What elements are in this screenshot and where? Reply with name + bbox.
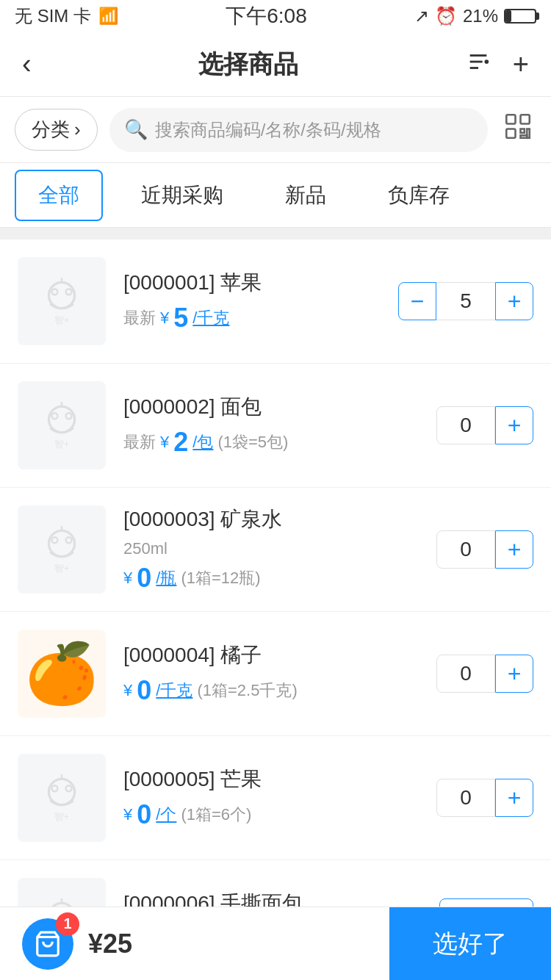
quantity-controls: − +: [398, 282, 533, 320]
cart-icon: [34, 930, 62, 958]
section-divider: [0, 228, 551, 239]
increase-button[interactable]: +: [495, 282, 533, 320]
battery-percent: 21%: [463, 6, 498, 26]
svg-point-3: [484, 60, 489, 64]
cart-icon-wrap[interactable]: 1: [22, 918, 73, 970]
price-currency: ¥: [123, 681, 132, 700]
page-title: 选择商品: [198, 48, 298, 82]
nav-bar: ‹ 选择商品 +: [0, 32, 551, 97]
price-number: 0: [137, 563, 151, 594]
status-right: ↗ ⏰ 21%: [414, 6, 536, 26]
carrier-label: 无 SIM 卡: [15, 4, 91, 28]
scan-button[interactable]: [500, 111, 536, 148]
product-image: 智+: [18, 754, 106, 842]
product-info: [0000004] 橘子 ¥ 0 /千克 (1箱=2.5千克): [123, 641, 436, 706]
status-left: 无 SIM 卡 📶: [15, 4, 118, 28]
category-arrow-icon: ›: [74, 118, 81, 141]
product-name: [0000004] 橘子: [123, 641, 436, 669]
quantity-controls: +: [436, 655, 533, 693]
category-button[interactable]: 分类 ›: [15, 109, 98, 151]
price-currency: ¥: [123, 805, 132, 824]
quantity-input[interactable]: [436, 779, 495, 817]
price-unit: /千克: [156, 680, 192, 702]
product-image: 🍊: [18, 630, 106, 718]
search-placeholder: 搜索商品编码/名称/条码/规格: [155, 118, 381, 142]
price-unit: /千克: [192, 307, 229, 329]
product-price-row: ¥ 0 /个 (1箱=6个): [123, 799, 436, 830]
price-unit: /包: [192, 431, 213, 453]
tab-recent-purchase[interactable]: 近期采购: [118, 170, 247, 221]
back-button[interactable]: ‹: [22, 48, 32, 80]
product-name: [0000002] 面包: [123, 393, 436, 421]
svg-point-16: [51, 413, 57, 419]
tab-negative-stock[interactable]: 负库存: [364, 170, 473, 221]
product-name: [0000001] 苹果: [123, 269, 398, 297]
svg-point-22: [66, 537, 72, 543]
price-currency: ¥: [160, 309, 169, 328]
tabs-row: 全部 近期采购 新品 负库存: [0, 163, 551, 228]
svg-point-12: [66, 289, 72, 295]
search-box[interactable]: 🔍 搜索商品编码/名称/条码/规格: [109, 108, 488, 152]
table-row: 智+ [0000005] 芒果 ¥ 0 /个 (1箱=6个) +: [0, 736, 551, 860]
add-button[interactable]: +: [513, 48, 529, 80]
table-row: 🍊 [0000004] 橘子 ¥ 0 /千克 (1箱=2.5千克) +: [0, 612, 551, 736]
svg-point-11: [51, 289, 57, 295]
product-price-row: 最新 ¥ 5 /千克: [123, 303, 398, 334]
price-unit: /瓶: [156, 567, 176, 589]
svg-point-21: [51, 537, 57, 543]
svg-point-17: [66, 413, 72, 419]
placeholder-icon: 智+: [32, 396, 91, 455]
product-list: 智+ [0000001] 苹果 最新 ¥ 5 /千克 − +: [0, 239, 551, 980]
product-image: 智+: [18, 257, 106, 345]
quantity-input[interactable]: [436, 655, 495, 693]
increase-button[interactable]: +: [495, 655, 533, 693]
quantity-controls: +: [436, 406, 533, 444]
confirm-button[interactable]: 选好了: [389, 907, 551, 980]
table-row: 智+ [0000002] 面包 最新 ¥ 2 /包 (1袋=5包) +: [0, 364, 551, 488]
filter-row: 分类 › 🔍 搜索商品编码/名称/条码/规格: [0, 97, 551, 163]
price-extra: (1箱=6个): [181, 804, 251, 826]
product-info: [0000001] 苹果 最新 ¥ 5 /千克: [123, 269, 398, 334]
increase-button[interactable]: +: [495, 779, 533, 817]
tab-all[interactable]: 全部: [15, 170, 103, 221]
table-row: 智+ [0000003] 矿泉水 250ml ¥ 0 /瓶 (1箱=12瓶) +: [0, 488, 551, 612]
battery-fill: [505, 10, 511, 22]
battery-tip: [536, 12, 539, 20]
svg-point-15: [48, 406, 74, 432]
price-label: 最新: [123, 431, 156, 453]
svg-rect-6: [506, 129, 515, 138]
price-number: 0: [137, 675, 151, 706]
increase-button[interactable]: +: [495, 530, 533, 569]
quantity-controls: +: [436, 530, 533, 569]
svg-text:智+: 智+: [54, 563, 69, 574]
price-number: 5: [173, 303, 188, 334]
tab-new[interactable]: 新品: [262, 170, 350, 221]
product-image: 智+: [18, 381, 106, 469]
svg-rect-9: [521, 135, 527, 138]
price-number: 2: [173, 427, 188, 458]
price-currency: ¥: [123, 569, 132, 588]
product-price-row: 最新 ¥ 2 /包 (1袋=5包): [123, 427, 436, 458]
status-time: 下午6:08: [226, 2, 307, 30]
product-name: [0000005] 芒果: [123, 765, 436, 793]
placeholder-icon: 智+: [32, 768, 91, 827]
product-spec: 250ml: [123, 539, 436, 558]
filter-icon[interactable]: [466, 49, 491, 80]
decrease-button[interactable]: −: [398, 282, 436, 320]
category-label: 分类: [32, 117, 70, 143]
quantity-controls: +: [436, 779, 533, 817]
quantity-input[interactable]: [436, 406, 495, 444]
product-info: [0000002] 面包 最新 ¥ 2 /包 (1袋=5包): [123, 393, 436, 458]
price-label: 最新: [123, 307, 156, 329]
quantity-input[interactable]: [436, 282, 495, 320]
svg-point-20: [48, 530, 74, 556]
quantity-input[interactable]: [436, 530, 495, 569]
increase-button[interactable]: +: [495, 406, 533, 444]
nav-actions: +: [466, 48, 529, 80]
placeholder-icon: 智+: [32, 272, 91, 331]
svg-text:智+: 智+: [54, 439, 69, 450]
bottom-bar: 1 ¥25 选好了: [0, 907, 551, 980]
svg-point-25: [48, 779, 74, 804]
product-image: 智+: [18, 505, 106, 594]
price-extra: (1袋=5包): [217, 431, 288, 453]
